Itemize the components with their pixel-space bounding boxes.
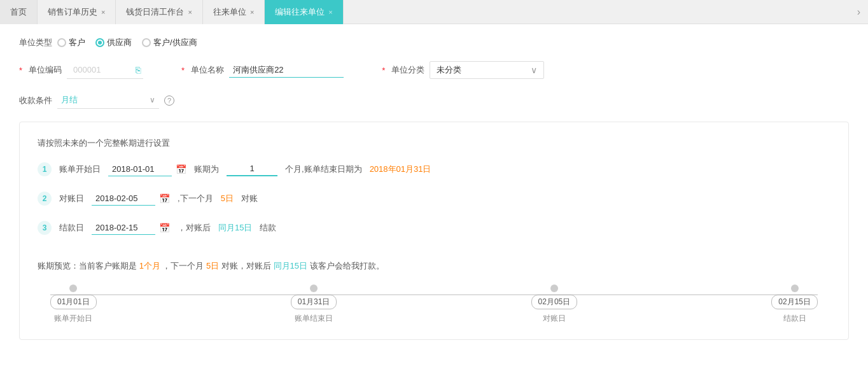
timeline-caption-3: 结款日 [783,313,806,324]
category-chevron-icon: ∨ [531,65,537,75]
timeline-wrapper: 01月01日 账单开始日 01月31日 账单结束日 02月05日 对账日 02月… [38,285,830,324]
payment-condition-label: 收款条件 [19,95,52,106]
step2-desc-highlight: 5日 [221,193,234,204]
unit-category-star: * [382,66,385,75]
step1-date-field[interactable] [108,162,172,176]
unit-code-label: 单位编码 [29,64,62,76]
step2-desc-pre: ,下一个月 [178,193,213,204]
tab-home[interactable]: 首页 [0,0,38,24]
preview-prefix: 账期预览：当前客户账期是 [38,261,137,271]
period-settings-card: 请按照未来的一个完整帐期进行设置 1 账单开始日 📅 账期为 个月,账单结束日期… [19,122,849,340]
step1-row: 1 账单开始日 📅 账期为 个月,账单结束日期为 2018年01月31日 [38,162,830,176]
preview-middle1: ，下一个月 [162,261,204,271]
preview-middle2: 对账，对账后 [221,261,271,271]
radio-customer-label: 客户 [69,37,85,48]
unit-type-label: 单位类型 [19,37,52,48]
step3-row: 3 结款日 📅 ，对账后 同月15日 结款 [38,221,830,235]
radio-both-label: 客户/供应商 [153,37,197,48]
unit-code-field: * 单位编码 ⎘ [19,61,143,79]
timeline-dot-0 [69,285,77,292]
tab-edit-partner-unit[interactable]: 编辑往来单位 × [265,0,343,24]
tab-cash-ledger-label: 钱货日清工作台 [126,6,184,18]
tab-partner-unit-label: 往来单位 [213,6,246,18]
unit-name-star: * [181,66,185,75]
timeline-item-3: 02月15日 结款日 [771,285,818,324]
unit-category-field: * 单位分类 未分类 ∨ [382,61,544,79]
radio-customer-circle [57,38,66,47]
preview-hl1: 1个月 [139,261,160,271]
radio-customer[interactable]: 客户 [57,37,85,48]
unit-name-input[interactable] [229,62,344,78]
timeline-caption-2: 对账日 [543,313,566,324]
step3-date-field[interactable] [92,221,155,235]
radio-both-circle [142,38,151,47]
step3-desc-pre: ，对账后 [178,222,211,234]
tab-partner-unit-close[interactable]: × [250,8,254,16]
unit-type-row: 单位类型 客户 供应商 客户/供应商 [19,37,849,48]
help-icon[interactable]: ? [164,95,174,106]
step2-date-field[interactable] [92,192,155,206]
main-content: 单位类型 客户 供应商 客户/供应商 * 单位编码 [0,24,868,387]
unit-code-input-wrapper: ⎘ [67,61,143,79]
tab-sales-order-label: 销售订单历史 [48,6,97,18]
timeline-items: 01月01日 账单开始日 01月31日 账单结束日 02月05日 对账日 02月… [50,285,818,324]
unit-code-copy-icon[interactable]: ⎘ [136,65,141,75]
step2-num: 2 [38,192,52,206]
step1-end-date: 2018年01月31日 [370,164,431,175]
step1-label: 账单开始日 [59,164,101,175]
radio-supplier-label: 供应商 [107,37,132,48]
unit-category-label: 单位分类 [391,64,424,76]
unit-code-star: * [19,66,22,75]
unit-name-label: 单位名称 [191,64,224,76]
unit-category-value: 未分类 [437,64,461,76]
preview-hl2: 5日 [206,261,219,271]
preview-text: 账期预览：当前客户账期是 1个月 ，下一个月 5日 对账，对账后 同月15日 该… [38,250,830,272]
step3-date-input: 📅 [92,221,170,235]
card-hint: 请按照未来的一个完整帐期进行设置 [38,137,830,149]
unit-category-select[interactable]: 未分类 ∨ [430,61,544,79]
tab-cash-ledger[interactable]: 钱货日清工作台 × [116,0,202,24]
unit-type-radio-group: 客户 供应商 客户/供应商 [57,37,197,48]
step1-period-input[interactable] [227,162,277,176]
preview-hl3: 同月15日 [274,261,307,271]
unit-type-field: 单位类型 客户 供应商 客户/供应商 [19,37,197,48]
radio-both[interactable]: 客户/供应商 [142,37,197,48]
step1-period-label: 账期为 [194,164,219,175]
step3-label: 结款日 [59,222,84,234]
tab-edit-partner-close[interactable]: × [328,8,332,16]
payment-condition-field: 收款条件 月结 ∨ ? [19,92,174,109]
timeline-item-1: 01月31日 账单结束日 [291,285,337,324]
payment-condition-value: 月结 [61,94,78,106]
timeline-dot-3 [791,285,799,292]
tab-cash-ledger-close[interactable]: × [188,8,192,16]
step3-num: 3 [38,221,52,235]
timeline-badge-1: 01月31日 [291,295,337,309]
tab-partner-unit[interactable]: 往来单位 × [203,0,265,24]
step2-row: 2 对账日 📅 ,下一个月 5日 对账 [38,192,830,206]
step2-calendar-icon[interactable]: 📅 [159,194,170,204]
timeline-badge-2: 02月05日 [531,295,578,309]
timeline-caption-0: 账单开始日 [54,313,92,324]
timeline-badge-3: 02月15日 [771,295,818,309]
unit-code-input[interactable] [69,62,133,77]
step1-date-input: 📅 [108,162,186,176]
timeline-item-2: 02月05日 对账日 [531,285,578,324]
step1-calendar-icon[interactable]: 📅 [176,164,186,174]
tab-sales-order-history[interactable]: 销售订单历史 × [38,0,116,24]
radio-supplier-circle [95,38,104,47]
timeline-caption-1: 账单结束日 [295,313,333,324]
unit-name-field: * 单位名称 [181,62,344,78]
code-name-category-row: * 单位编码 ⎘ * 单位名称 * 单位分类 未分类 ∨ [19,61,849,79]
payment-condition-row: 收款条件 月结 ∨ ? [19,92,849,109]
radio-supplier[interactable]: 供应商 [95,37,132,48]
timeline-dot-1 [310,285,318,292]
payment-condition-select[interactable]: 月结 ∨ [57,92,159,109]
tab-home-label: 首页 [10,6,27,18]
tab-sales-order-close[interactable]: × [101,8,105,16]
preview-suffix: 该客户会给我打款。 [310,261,384,271]
step3-calendar-icon[interactable]: 📅 [159,223,170,233]
tab-more-button[interactable]: › [850,6,868,18]
tab-bar: 首页 销售订单历史 × 钱货日清工作台 × 往来单位 × 编辑往来单位 × › [0,0,868,24]
timeline-badge-0: 01月01日 [50,295,97,309]
payment-condition-arrow: ∨ [150,95,155,104]
